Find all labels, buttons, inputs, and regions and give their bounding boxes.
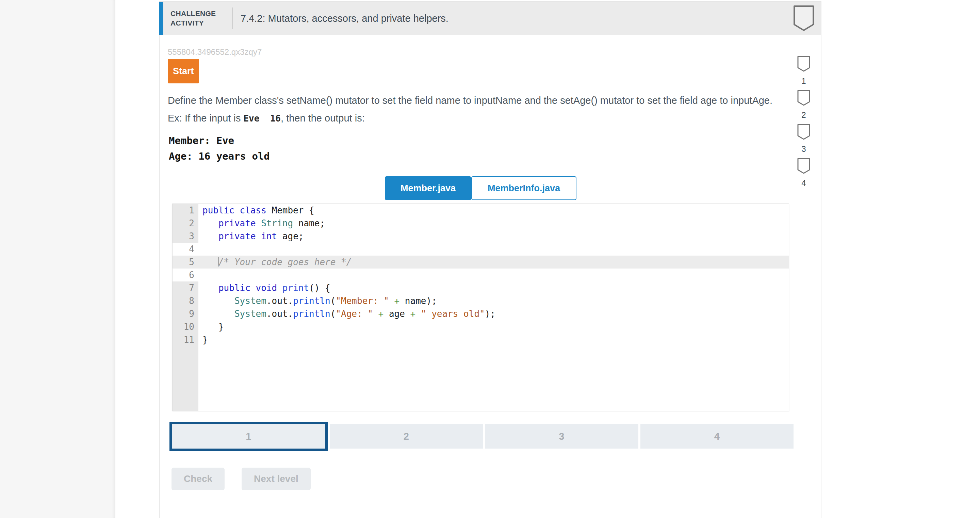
line-number: 5 — [172, 256, 198, 269]
kicker-line-1: CHALLENGE — [170, 9, 216, 18]
level-shield-icon — [797, 90, 810, 106]
header-divider — [232, 8, 233, 29]
level-indicator-2: 2 — [797, 90, 810, 122]
line-number — [172, 372, 198, 385]
level-indicator-1: 1 — [797, 56, 810, 88]
line-number — [172, 385, 198, 398]
tab-Member.java[interactable]: Member.java — [385, 176, 471, 200]
challenge-activity-card: CHALLENGE ACTIVITY 7.4.2: Mutators, acce… — [159, 2, 821, 518]
line-number: 3 — [172, 230, 198, 243]
level-indicator-3: 3 — [797, 124, 810, 156]
problem-prompt: Define the Member class's setName() muta… — [168, 93, 773, 108]
kicker-line-2: ACTIVITY — [170, 18, 216, 28]
tab-bar: Member.javaMemberInfo.java — [172, 176, 789, 200]
code-line-text: public class Member { — [198, 204, 789, 217]
code-line-text: } — [198, 320, 789, 333]
example-suffix: , then the output is: — [281, 113, 365, 124]
code-line-text: private String name; — [198, 217, 789, 230]
line-number: 1 — [172, 204, 198, 217]
code-line-10: 10 } — [172, 320, 789, 333]
line-number — [172, 346, 198, 359]
code-line-text — [198, 359, 789, 372]
code-line-text: System.out.println("Age: " + age + " yea… — [198, 307, 789, 320]
code-line-1: 1public class Member { — [172, 204, 789, 217]
tab-MemberInfo.java[interactable]: MemberInfo.java — [471, 176, 576, 200]
code-line-text: /* Your code goes here */ — [198, 256, 789, 269]
level-number: 3 — [801, 144, 806, 154]
line-number: 7 — [172, 282, 198, 294]
progress-segment-1: 1 — [169, 422, 328, 451]
level-shield-icon — [797, 56, 810, 72]
collapsed-sidebar-rail — [0, 0, 115, 518]
code-line-6: 6 — [172, 269, 789, 282]
code-line-text: public void print() { — [198, 282, 789, 294]
code-line-9: 9 System.out.println("Age: " + age + " y… — [172, 307, 789, 320]
progress-segment-4: 4 — [640, 424, 794, 449]
line-number: 9 — [172, 307, 198, 320]
line-number: 10 — [172, 320, 198, 333]
code-line-3: 3 private int age; — [172, 230, 789, 243]
level-shield-icon — [797, 124, 810, 140]
code-line-text — [198, 385, 789, 398]
example-input: Eve 16 — [243, 113, 281, 124]
line-number — [172, 398, 198, 411]
level-shield-rail: 1234 — [793, 56, 814, 192]
action-buttons: Check Next level — [172, 468, 821, 490]
code-line-7: 7 public void print() { — [172, 282, 789, 294]
line-number — [172, 359, 198, 372]
example-prefix: Ex: If the input is — [168, 113, 243, 124]
level-shield-icon — [797, 158, 810, 174]
level-number: 2 — [801, 110, 806, 120]
line-number: 6 — [172, 269, 198, 282]
check-button[interactable]: Check — [172, 468, 224, 490]
code-editor[interactable]: 1public class Member {2 private String n… — [172, 204, 789, 411]
code-line-empty — [172, 372, 789, 385]
line-number: 8 — [172, 294, 198, 307]
level-number: 4 — [801, 179, 806, 188]
code-line-text — [198, 269, 789, 282]
line-number: 4 — [172, 243, 198, 256]
code-line-text — [198, 346, 789, 359]
code-line-8: 8 System.out.println("Member: " + name); — [172, 294, 789, 307]
code-line-4: 4 — [172, 243, 789, 256]
code-line-11: 11} — [172, 333, 789, 346]
code-line-text: System.out.println("Member: " + name); — [198, 294, 789, 307]
activity-title: 7.4.2: Mutators, accessors, and private … — [240, 13, 449, 24]
code-line-empty — [172, 398, 789, 411]
code-line-5: 5 /* Your code goes here */ — [172, 256, 789, 269]
progress-segment-2: 2 — [330, 424, 483, 449]
level-indicator-4: 4 — [797, 158, 810, 190]
line-number: 11 — [172, 333, 198, 346]
start-button[interactable]: Start — [168, 59, 199, 83]
code-line-text — [198, 398, 789, 411]
level-progress-bar: 1234 — [169, 421, 794, 451]
activity-shield-icon — [793, 5, 814, 32]
resource-id: 555804.3496552.qx3zqy7 — [168, 47, 821, 57]
activity-kind-label: CHALLENGE ACTIVITY — [170, 9, 216, 28]
activity-header: CHALLENGE ACTIVITY 7.4.2: Mutators, acce… — [159, 2, 821, 35]
code-line-empty — [172, 346, 789, 359]
code-line-text — [198, 372, 789, 385]
code-line-text: private int age; — [198, 230, 789, 243]
code-line-empty — [172, 359, 789, 372]
code-line-text — [198, 243, 789, 256]
header-accent-bar — [159, 2, 163, 35]
code-line-text: } — [198, 333, 789, 346]
code-line-empty — [172, 385, 789, 398]
level-number: 1 — [801, 76, 806, 86]
next-level-button[interactable]: Next level — [242, 468, 311, 490]
example-output: Member: Eve Age: 16 years old — [169, 133, 821, 164]
code-line-2: 2 private String name; — [172, 217, 789, 230]
line-number: 2 — [172, 217, 198, 230]
example-line: Ex: If the input is Eve 16, then the out… — [168, 113, 821, 124]
progress-segment-3: 3 — [485, 424, 638, 449]
